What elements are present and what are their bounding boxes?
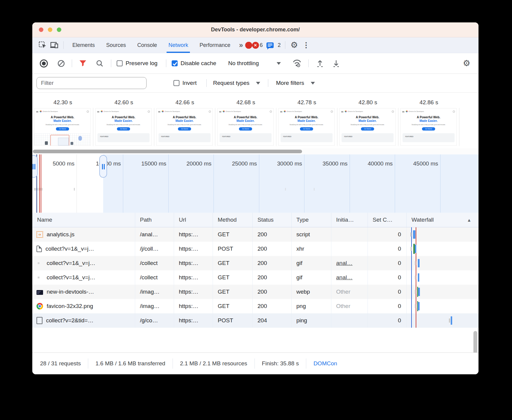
clear-network-log-icon[interactable] (55, 57, 67, 69)
timeline-activity-mark (285, 188, 286, 191)
waterfall-cell (407, 227, 479, 242)
timeline-right-handle[interactable] (99, 155, 107, 178)
request-types-dropdown[interactable]: Request types (213, 80, 249, 86)
invert-checkbox[interactable] (173, 80, 179, 86)
filmstrip-frame[interactable]: 42.60 sChrome for DevelopersA Powerful W… (93, 93, 154, 148)
tab-sources[interactable]: Sources (104, 37, 128, 53)
timeline-gridline (440, 154, 441, 213)
column-header-type[interactable]: Type (292, 213, 331, 227)
path-cell: /collect (135, 270, 174, 285)
tab-console[interactable]: Console (135, 37, 159, 53)
table-scrollbar-thumb[interactable] (473, 331, 477, 355)
method-cell: POST (213, 313, 253, 328)
thumbnail-get-started-button: Get Started (422, 127, 435, 131)
filter-funnel-icon[interactable] (77, 57, 89, 69)
page-thumbnail: Chrome for DevelopersA Powerful Web.Made… (34, 108, 91, 146)
square-icon (36, 317, 42, 324)
import-har-icon[interactable] (314, 57, 326, 69)
chrome-logo-icon (345, 111, 347, 112)
error-count: 6 (260, 42, 263, 48)
filmstrip-frame[interactable]: 42.86 sChrome for DevelopersA Powerful W… (398, 93, 459, 148)
timeline-activity-mark (34, 188, 35, 191)
device-toolbar-icon[interactable] (48, 39, 60, 51)
thumbnail-brand: Chrome for Developers (409, 111, 424, 112)
filter-input[interactable] (36, 77, 147, 89)
request-types-arrow-icon[interactable] (256, 82, 260, 87)
thumbnail-get-started-button: Get Started (300, 127, 313, 131)
pixel-icon (36, 274, 43, 281)
sort-arrow-icon: ▲ (467, 217, 471, 223)
network-settings-gear-icon[interactable]: ⚙ (461, 57, 473, 69)
thumbnail-brand: Chrome for Developers (42, 111, 58, 112)
filmstrip-timestamp: 42.60 s (93, 93, 154, 106)
initiator-link[interactable]: anal… (336, 274, 353, 281)
issues-icon[interactable] (264, 39, 276, 51)
inspect-element-icon[interactable] (36, 39, 48, 51)
timeline-left-handle[interactable] (32, 155, 38, 178)
set-cookies-cell: 0 (368, 256, 407, 270)
name-cell: collect?v=1&_v=j… (32, 270, 135, 285)
waterfall-cell (407, 270, 479, 285)
timeline-overview[interactable]: 5000 ms10000 ms15000 ms20000 ms25000 ms3… (32, 154, 479, 213)
kebab-menu-icon[interactable]: ⋮ (300, 39, 312, 51)
preserve-log-checkbox[interactable] (117, 60, 123, 66)
column-header-method[interactable]: Method (213, 213, 253, 227)
script-icon: ‹› (36, 231, 43, 238)
settings-gear-icon[interactable]: ⚙ (288, 39, 300, 51)
filmstrip: 42.30 sChrome for DevelopersA Powerful W… (32, 93, 479, 148)
thumbnail-title-line2: Made Easier. (35, 119, 90, 122)
more-filters-arrow-icon[interactable] (311, 82, 315, 87)
timeline-gridline (123, 154, 123, 213)
timeline-activity-mark (74, 188, 75, 191)
filmstrip-frame[interactable]: 42.68 sChrome for DevelopersA Powerful W… (215, 93, 276, 148)
devtools-window: DevTools - developer.chrome.com/ Element… (32, 22, 479, 374)
network-conditions-icon[interactable] (291, 57, 303, 69)
frame-divider (459, 108, 459, 146)
issue-count: 2 (278, 42, 281, 48)
tab-network[interactable]: Network (167, 37, 190, 53)
thumbnail-title-line1: A Powerful Web. (35, 116, 90, 119)
more-filters-dropdown[interactable]: More filters (276, 80, 304, 86)
method-cell: GET (213, 285, 253, 299)
column-header-url[interactable]: Url (174, 213, 213, 227)
record-network-log-icon[interactable] (38, 57, 50, 69)
filmstrip-scrollbar-thumb[interactable] (33, 150, 302, 153)
tab-elements[interactable]: Elements (71, 37, 97, 53)
search-icon (392, 111, 394, 113)
filmstrip-frame[interactable]: 42.78 sChrome for DevelopersA Powerful W… (276, 93, 337, 148)
more-tabs-icon[interactable]: » (239, 41, 243, 49)
status-bar: 28 / 31 requests1.6 MB / 1.6 MB transfer… (32, 352, 479, 374)
filmstrip-frame[interactable]: 42.80 sChrome for DevelopersA Powerful W… (337, 93, 398, 148)
preserve-log-label: Preserve log (126, 60, 158, 67)
column-header-setc[interactable]: Set C… (368, 213, 407, 227)
filmstrip-frame[interactable]: 42.30 sChrome for DevelopersA Powerful W… (32, 93, 93, 148)
invert-label: Invert (182, 80, 197, 86)
page-thumbnail: Chrome for DevelopersA Powerful Web.Made… (278, 108, 335, 146)
status-item: Finish: 35.88 s (262, 360, 299, 367)
column-header-name[interactable]: Name (32, 213, 135, 227)
tab-performance[interactable]: Performance (198, 37, 232, 53)
initiator-link[interactable]: anal… (336, 260, 353, 266)
load-event-line (39, 154, 40, 213)
waterfall-bar-tick (410, 232, 412, 237)
hamburger-icon (219, 111, 221, 112)
throttling-select[interactable]: No throttling (228, 60, 259, 67)
path-cell: /j/coll… (135, 242, 174, 256)
thumbnail-title-line2: Made Easier. (401, 119, 456, 122)
filmstrip-frame[interactable]: 42.66 sChrome for DevelopersA Powerful W… (154, 93, 215, 148)
pixel-icon (36, 260, 43, 266)
throttling-dropdown-arrow-icon[interactable] (277, 62, 281, 67)
timeline-gridline (214, 154, 214, 213)
column-header-path[interactable]: Path (135, 213, 174, 227)
load-event-line (41, 154, 41, 213)
error-count-icon[interactable]: ✕ (246, 39, 258, 51)
thumbnail-caption: Simplifying the web to help you build, g… (96, 124, 151, 125)
column-header-status[interactable]: Status (253, 213, 292, 227)
disable-cache-checkbox[interactable] (172, 60, 178, 66)
search-icon[interactable] (94, 57, 106, 69)
column-header-initia[interactable]: Initia… (331, 213, 368, 227)
column-header-waterfall[interactable]: Waterfall▲ (407, 213, 479, 227)
waterfall-bar-blue (418, 273, 419, 282)
export-har-icon[interactable] (330, 57, 342, 69)
waterfall-bar-blue (451, 316, 452, 325)
